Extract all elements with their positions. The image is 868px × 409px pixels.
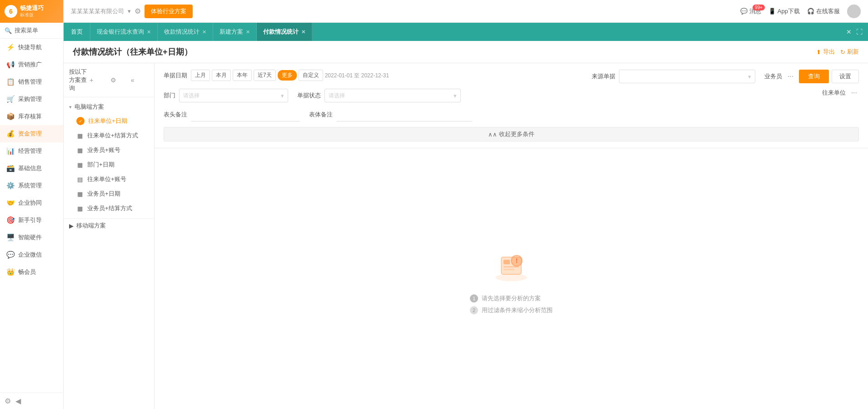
query-settings: 查询 设置 — [799, 70, 859, 83]
scheme-item-label-counterpart-settlement: 往来单位+结算方式 — [87, 131, 138, 140]
tip-text-2: 用过滤条件来缩小分析范围 — [482, 306, 553, 314]
sidebar-item-purchase[interactable]: 🛒 采购管理 — [0, 91, 63, 108]
expand-icon[interactable]: ⛶ — [856, 28, 863, 35]
dept-select[interactable]: 请选择 ▾ — [179, 89, 288, 102]
sidebar-item-sales[interactable]: 📋 销售管理 — [0, 73, 63, 91]
tab-payment-stat-close[interactable]: ✕ — [301, 29, 305, 35]
collapse-btn[interactable]: ∧∧ 收起更多条件 — [164, 127, 859, 141]
sidebar-label-operation: 经营管理 — [18, 147, 42, 155]
dept-dropdown-icon: ▾ — [281, 92, 284, 99]
sidebar-label-quick-nav: 快捷导航 — [18, 43, 42, 51]
app-icon: 📱 — [768, 8, 776, 15]
scheme-item-salesperson-settlement[interactable]: ▦ 业务员+结算方式 — [64, 201, 154, 216]
filter-row-2: 部门 请选择 ▾ 单据状态 请选择 ▾ — [164, 89, 859, 102]
date-btn-7days[interactable]: 近7天 — [254, 70, 276, 81]
scheme-item-counterpart-account[interactable]: ▤ 往来单位+账号 — [64, 172, 154, 187]
scheme-item-label-salesperson-account: 业务员+账号 — [87, 146, 120, 154]
export-btn[interactable]: ⬆ 导出 — [816, 48, 835, 56]
date-btn-this-month[interactable]: 本月 — [212, 70, 231, 81]
app-download-btn[interactable]: 📱 App下载 — [768, 7, 800, 15]
scheme-item-counterpart-settlement[interactable]: ▦ 往来单位+结算方式 — [64, 128, 154, 143]
date-btn-more[interactable]: 更多 — [278, 70, 297, 81]
scheme-item-label-counterpart-account: 往来单位+账号 — [87, 175, 126, 183]
refresh-btn[interactable]: ↻ 刷新 — [840, 48, 859, 56]
date-btn-this-year[interactable]: 本年 — [233, 70, 252, 81]
sidebar-item-enterprise[interactable]: 🤝 企业协同 — [0, 194, 63, 212]
scheme-icon-salesperson-date: ▦ — [76, 190, 84, 197]
sidebar-icon-wechat: 💬 — [6, 251, 15, 259]
counterpart-dots[interactable]: ··· — [849, 89, 859, 97]
sidebar-item-basic[interactable]: 🗃️ 基础信息 — [0, 160, 63, 177]
sidebar-item-quick-nav[interactable]: ⚡ 快捷导航 — [0, 39, 63, 56]
messages-btn[interactable]: 💬 消息 99+ — [740, 7, 761, 15]
mobile-group-arrow: ▶ — [69, 222, 74, 229]
scheme-item-dept-date[interactable]: ▦ 部门+日期 — [64, 157, 154, 172]
salesperson-dots[interactable]: ··· — [786, 72, 795, 81]
company-dropdown-icon[interactable]: ▾ — [128, 8, 131, 15]
tab-receivable[interactable]: 收款情况统计 ✕ — [158, 23, 213, 41]
content-area: 付款情况统计（往来单位+日期） ⬆ 导出 ↻ 刷新 按以下方案查询 + ⚙ — [64, 41, 868, 409]
header-note-input[interactable] — [191, 108, 300, 121]
tab-receivable-close[interactable]: ✕ — [202, 29, 206, 35]
scheme-item-salesperson-date[interactable]: ▦ 业务员+日期 — [64, 187, 154, 201]
source-select[interactable]: ▾ — [619, 70, 755, 83]
search-icon: 🔍 — [5, 27, 12, 34]
pc-group-header[interactable]: ▾ 电脑端方案 — [64, 100, 154, 114]
sidebar-icon-guide: 🎯 — [6, 216, 15, 224]
status-select[interactable]: 请选择 ▾ — [324, 89, 461, 102]
export-icon: ⬆ — [816, 49, 821, 56]
tab-bank[interactable]: 现金银行流水查询 ✕ — [90, 23, 158, 41]
trial-btn[interactable]: 体验行业方案 — [145, 5, 193, 18]
scheme-add-icon[interactable]: + — [90, 76, 107, 84]
settings-footer-icon[interactable]: ⚙ — [5, 397, 11, 405]
sidebar-item-operation[interactable]: 📊 经营管理 — [0, 142, 63, 160]
svg-text:!: ! — [516, 257, 518, 264]
online-service-btn[interactable]: 🎧 在线客服 — [807, 7, 840, 15]
filter-content: 单据日期 上月 本月 本年 近7天 更多 自定义 2022-01-01 至 20… — [155, 63, 868, 409]
sidebar-item-hardware[interactable]: 🖥️ 智能硬件 — [0, 229, 63, 246]
empty-tip-2: 2 用过滤条件来缩小分析范围 — [470, 306, 553, 314]
body-note-input[interactable] — [336, 108, 473, 121]
sidebar-item-member[interactable]: 👑 畅会员 — [0, 263, 63, 281]
salesperson-field: 业务员 ··· 查询 设置 — [764, 70, 859, 83]
mobile-group-header[interactable]: ▶ 移动端方案 — [64, 218, 154, 232]
user-avatar[interactable] — [847, 5, 861, 18]
scheme-item-label-salesperson-settlement: 业务员+结算方式 — [87, 204, 132, 212]
scheme-icon-salesperson-account: ▦ — [76, 146, 84, 154]
sidebar-item-guide[interactable]: 🎯 新手引导 — [0, 212, 63, 229]
topbar-gear-icon[interactable]: ⚙ — [135, 7, 141, 15]
close-all-icon[interactable]: ✕ — [846, 28, 852, 35]
sidebar-item-capital[interactable]: 💰 资金管理 — [0, 125, 63, 142]
tab-new-scheme[interactable]: 新建方案 ✕ — [213, 23, 257, 41]
settings-btn[interactable]: 设置 — [832, 70, 859, 83]
sidebar-label-member: 畅会员 — [18, 268, 36, 276]
counterpart-label: 往来单位 — [822, 89, 846, 97]
app-label: App下载 — [778, 7, 800, 15]
scheme-item-salesperson-account[interactable]: ▦ 业务员+账号 — [64, 143, 154, 157]
tab-bank-close[interactable]: ✕ — [147, 29, 151, 35]
date-btn-last-month[interactable]: 上月 — [191, 70, 210, 81]
collapse-up-icon: ∧∧ — [488, 131, 497, 138]
sidebar-item-system[interactable]: ⚙️ 系统管理 — [0, 177, 63, 194]
tab-new-scheme-close[interactable]: ✕ — [246, 29, 250, 35]
sidebar-label-system: 系统管理 — [18, 182, 42, 190]
search-menu[interactable]: 🔍 搜索菜单 — [0, 23, 63, 39]
tab-home[interactable]: 首页 — [64, 23, 90, 41]
sidebar-item-wechat[interactable]: 💬 企业微信 — [0, 246, 63, 263]
scheme-collapse-icon[interactable]: « — [131, 76, 149, 84]
sidebar-item-inventory[interactable]: 📦 库存核算 — [0, 108, 63, 125]
sidebar-icon-purchase: 🛒 — [6, 95, 15, 103]
sidebar-label-capital: 资金管理 — [18, 130, 42, 138]
tab-payment-stat[interactable]: 付款情况统计 ✕ — [257, 23, 312, 41]
collapse-footer-icon[interactable]: ◀ — [15, 397, 21, 405]
sidebar-item-marketing[interactable]: 📢 营销推广 — [0, 56, 63, 73]
scheme-item-counterpart-date[interactable]: ✓ 往来单位+日期 — [64, 114, 154, 128]
date-btn-custom[interactable]: 自定义 — [299, 70, 323, 81]
scheme-item-label-counterpart-date: 往来单位+日期 — [88, 117, 127, 125]
query-btn[interactable]: 查询 — [799, 70, 829, 83]
filter-row-3: 表头备注 表体备注 — [164, 108, 859, 121]
scheme-settings-icon[interactable]: ⚙ — [110, 76, 128, 84]
sidebar-label-purchase: 采购管理 — [18, 95, 42, 103]
service-label: 在线客服 — [816, 7, 840, 15]
status-placeholder: 请选择 — [329, 92, 345, 100]
